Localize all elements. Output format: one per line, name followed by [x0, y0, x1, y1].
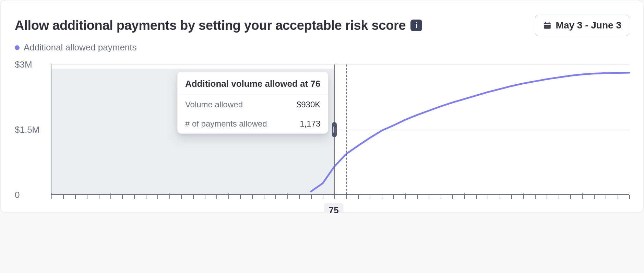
date-range-button[interactable]: May 3 - June 3 — [535, 15, 629, 36]
y-tick-label: $3M — [15, 59, 32, 70]
tooltip-key: Volume allowed — [185, 100, 243, 109]
tooltip-row: # of payments allowed 1,173 — [178, 114, 328, 133]
tooltip-value: $930K — [297, 100, 320, 109]
tooltip-row: Volume allowed $930K — [178, 95, 328, 114]
chart-legend: Additional allowed payments — [15, 42, 629, 53]
x-axis-ticks — [51, 194, 629, 199]
y-tick-label: $1.5M — [15, 124, 39, 135]
date-range-label: May 3 - June 3 — [556, 20, 621, 31]
chart-title-wrap: Allow additional payments by setting you… — [15, 18, 422, 33]
svg-rect-2 — [545, 22, 546, 23]
series-line — [51, 64, 629, 194]
tooltip-value: 1,173 — [300, 119, 320, 129]
legend-label: Additional allowed payments — [24, 42, 137, 53]
chart-area: 0$1.5M$3M Additional volume allowed at 7… — [15, 64, 629, 195]
chart-title: Allow additional payments by setting you… — [15, 18, 406, 33]
risk-score-chart-card: Allow additional payments by setting you… — [1, 1, 643, 212]
threshold-slider-handle[interactable] — [332, 122, 337, 137]
legend-swatch-icon — [15, 45, 20, 50]
tooltip-title: Additional volume allowed at 76 — [178, 72, 328, 95]
calendar-icon — [543, 21, 552, 30]
chart-plot[interactable]: Additional volume allowed at 76 Volume a… — [51, 64, 629, 195]
chart-tooltip: Additional volume allowed at 76 Volume a… — [177, 71, 328, 134]
chart-header: Allow additional payments by setting you… — [15, 15, 629, 36]
threshold-badge: 75 — [324, 203, 344, 213]
svg-rect-3 — [548, 22, 549, 23]
svg-rect-4 — [544, 24, 551, 25]
tooltip-key: # of payments allowed — [185, 119, 267, 129]
y-tick-label: 0 — [15, 190, 20, 200]
hover-guideline — [346, 64, 347, 194]
info-icon[interactable]: i — [410, 20, 422, 31]
